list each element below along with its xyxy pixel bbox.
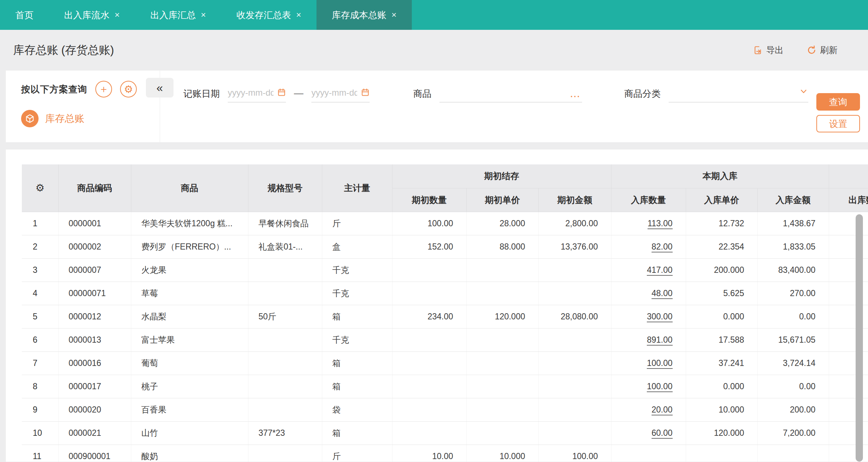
cell-in_price: 10.000 (686, 398, 757, 421)
category-select[interactable] (669, 88, 808, 98)
settings-button[interactable]: 设置 (816, 115, 860, 132)
cell-begin_qty (392, 398, 466, 421)
cell-no: 5 (22, 305, 58, 328)
tab-home[interactable]: 首页 (0, 0, 49, 30)
tab-inout-summary[interactable]: 出入库汇总 × (135, 0, 221, 30)
cell-no: 2 (22, 235, 58, 258)
calendar-icon[interactable] (361, 88, 370, 98)
tab-inout-flow[interactable]: 出入库流水 × (49, 0, 135, 30)
cell-code: 00000071 (58, 282, 131, 305)
inbound-qty-link[interactable]: 100.00 (647, 358, 672, 369)
cell-in_amount: 0.00 (757, 305, 829, 328)
cell-name: 葡萄 (131, 351, 248, 375)
inbound-qty-link[interactable]: 82.00 (652, 242, 673, 252)
cell-begin_amount (538, 282, 611, 305)
cell-unit: 千克 (322, 328, 392, 351)
inbound-qty-link[interactable]: 100.00 (647, 382, 672, 392)
col-header-begin-qty: 期初数量 (392, 188, 466, 212)
date-range-field: 记账日期 — (183, 84, 370, 103)
cell-begin_price (466, 421, 538, 445)
cell-spec (248, 375, 322, 398)
cell-begin_qty (392, 328, 466, 351)
scheme-item-inventory-ledger[interactable]: 库存总账 (21, 110, 160, 127)
date-range-separator: — (294, 88, 303, 103)
tab-receipt-dispatch-summary[interactable]: 收发存汇总表 × (221, 0, 316, 30)
cell-no: 3 (22, 258, 58, 282)
cell-in_amount (757, 445, 829, 462)
cell-name: 华美华夫软饼1200g 糕... (131, 212, 248, 235)
cell-spec: 早餐休闲食品 (248, 212, 322, 235)
cell-no: 7 (22, 351, 58, 375)
inbound-qty-link[interactable]: 417.00 (647, 265, 672, 276)
cell-begin_price (466, 258, 538, 282)
col-header-in-price: 入库单价 (686, 188, 757, 212)
cell-in_price: 120.000 (686, 421, 757, 445)
cell-begin_amount: 2,800.00 (538, 212, 611, 235)
close-icon[interactable]: × (391, 11, 397, 19)
cell-unit: 盒 (322, 235, 392, 258)
collapse-panel-button[interactable]: « (146, 78, 174, 97)
cell-spec (248, 282, 322, 305)
cell-begin_amount: 28,080.00 (538, 305, 611, 328)
cell-name: 百香果 (131, 398, 248, 421)
cell-no: 10 (22, 421, 58, 445)
cell-begin_amount: 100.00 (538, 445, 611, 462)
cell-in_amount: 83,400.00 (757, 258, 829, 282)
cell-name: 桃子 (131, 375, 248, 398)
close-icon[interactable]: × (201, 11, 206, 19)
cell-begin_qty (392, 421, 466, 445)
table-row: 10000001华美华夫软饼1200g 糕...早餐休闲食品斤100.0028.… (22, 212, 868, 235)
cell-begin_qty (392, 258, 466, 282)
cell-code: 0000017 (58, 375, 131, 398)
add-scheme-button[interactable]: ＋ (95, 81, 112, 97)
inbound-qty-link[interactable]: 113.00 (648, 219, 673, 229)
tab-inventory-cost-ledger[interactable]: 库存成本总账 × (316, 0, 412, 30)
gear-icon: ⚙ (124, 83, 133, 95)
close-icon[interactable]: × (115, 11, 120, 19)
cell-in_amount: 7,200.00 (757, 421, 829, 445)
table-row: 90000020百香果袋20.0010.000200.00 (22, 398, 868, 421)
cell-spec (248, 351, 322, 375)
cell-code: 0000001 (58, 212, 131, 235)
chevron-down-icon[interactable] (799, 87, 808, 97)
product-input[interactable] (439, 88, 582, 98)
inbound-qty-link[interactable]: 891.00 (647, 335, 672, 346)
page-title: 库存总账 (存货总账) (13, 43, 114, 58)
inbound-qty-link[interactable]: 20.00 (652, 405, 673, 415)
cell-in_price: 0.000 (686, 375, 757, 398)
date-label: 记账日期 (183, 88, 220, 103)
cell-name: 费列罗（FERRERO）... (131, 235, 248, 258)
table-row: 400000071草莓千克48.005.625270.00 (22, 282, 868, 305)
cell-begin_amount (538, 375, 611, 398)
table-body: 10000001华美华夫软饼1200g 糕...早餐休闲食品斤100.0028.… (22, 212, 868, 462)
tab-label: 库存成本总账 (332, 9, 386, 21)
table-row: 20000002费列罗（FERRERO）...礼盒装01-...盒152.008… (22, 235, 868, 258)
cell-no: 11 (22, 445, 58, 462)
tab-label: 收发存汇总表 (236, 9, 291, 21)
cell-in_amount: 3,724.14 (757, 351, 829, 375)
inbound-qty-link[interactable]: 60.00 (652, 428, 673, 439)
inbound-qty-link[interactable]: 300.00 (647, 312, 672, 322)
table-row: 80000017桃子箱100.000.0000.00 (22, 375, 868, 398)
cell-in_amount: 200.00 (757, 398, 829, 421)
col-header-unit: 主计量 (322, 164, 392, 212)
query-button[interactable]: 查询 (816, 93, 860, 111)
cell-in_amount: 15,671.05 (757, 328, 829, 351)
cell-spec: 50斤 (248, 305, 322, 328)
calendar-icon[interactable] (277, 88, 286, 98)
col-header-in-qty: 入库数量 (611, 188, 686, 212)
inbound-qty-link[interactable]: 48.00 (652, 288, 673, 299)
cell-spec (248, 445, 322, 462)
export-button[interactable]: 导出 (753, 44, 784, 56)
cell-in_price: 17.588 (686, 328, 757, 351)
cell-begin_qty: 10.00 (392, 445, 466, 462)
vertical-scrollbar[interactable] (856, 214, 863, 462)
col-header-begin-amount: 期初金额 (538, 188, 611, 212)
column-settings-header[interactable]: ⚙ (22, 164, 58, 212)
group-header-period-inbound: 本期入库 (611, 164, 829, 188)
cell-spec (248, 258, 322, 282)
refresh-button[interactable]: 刷新 (807, 44, 837, 56)
scheme-settings-button[interactable]: ⚙ (120, 81, 137, 97)
cell-begin_amount (538, 258, 611, 282)
close-icon[interactable]: × (296, 11, 301, 19)
